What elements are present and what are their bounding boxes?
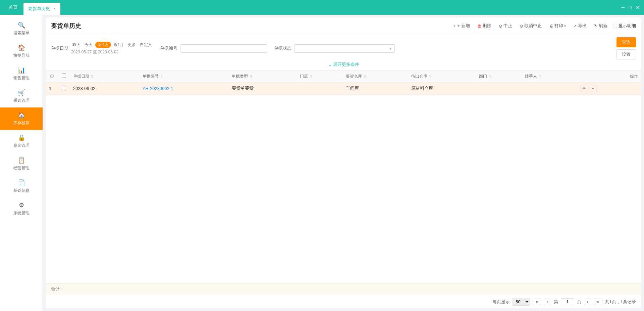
add-icon: ＋	[452, 23, 457, 29]
row-actions: ✏ ⋯	[577, 82, 641, 95]
table-footer: 合计：	[46, 283, 641, 295]
sidebar-label-finance: 资金管理	[13, 143, 30, 148]
date-shortcut-7days[interactable]: 近7天	[95, 42, 111, 48]
refresh-button[interactable]: ↻ 刷新	[592, 21, 609, 30]
sidebar-item-inventory[interactable]: 🏠 库存核算	[0, 107, 43, 130]
date-shortcut-today[interactable]: 今天	[83, 42, 94, 48]
th-pending-warehouse-sort-icon[interactable]: ⇅	[429, 75, 432, 78]
sidebar-item-system[interactable]: ⚙ 系统管理	[0, 197, 43, 220]
th-date-label: 单据日期	[73, 74, 89, 79]
next-page-button[interactable]: ›	[584, 299, 591, 305]
delete-button[interactable]: 🗑 删除	[475, 21, 493, 30]
date-shortcut-1month[interactable]: 近1月	[112, 42, 125, 48]
first-page-button[interactable]: «	[533, 299, 541, 305]
finance-icon: 🔒	[18, 134, 25, 141]
refresh-icon: ↻	[594, 24, 598, 29]
date-shortcut-custom[interactable]: 自定义	[139, 42, 153, 48]
page-header: 要货单历史 ＋ + 新增 🗑 删除 ⊘ 中止	[46, 17, 641, 33]
sidebar-item-search-menu[interactable]: 🔍 搜索菜单	[0, 17, 43, 40]
sidebar-label-search-menu: 搜索菜单	[13, 30, 30, 36]
row-more-button[interactable]: ⋯	[590, 85, 597, 92]
status-filter-label: 单据状态	[274, 45, 291, 51]
tab-close-icon[interactable]: ×	[53, 6, 56, 11]
th-doctype-sort-icon[interactable]: ⇅	[250, 75, 253, 78]
add-button[interactable]: ＋ + 新增	[450, 21, 472, 30]
column-settings-icon[interactable]: ⚙	[50, 73, 54, 79]
th-store: 门店 ⇅	[297, 71, 342, 82]
display-detail-text: 显示明细	[619, 23, 636, 29]
th-req-warehouse-sort-icon[interactable]: ⇅	[364, 75, 367, 78]
page-number-input[interactable]	[561, 298, 574, 305]
print-dropdown-icon[interactable]: ▾	[564, 24, 566, 28]
basic-info-icon: 📄	[18, 179, 25, 186]
sales-icon: 📊	[18, 66, 25, 74]
th-req-warehouse: 要货仓库 ⇅	[342, 71, 408, 82]
docno-filter-input[interactable]	[180, 44, 267, 53]
docno-filter-label: 单据编号	[160, 45, 177, 51]
th-date-sort-icon[interactable]: ⇅	[91, 75, 94, 78]
sum-label: 合计：	[51, 286, 64, 292]
th-store-label: 门店	[300, 74, 308, 79]
cancel-stop-icon: ⊘	[520, 24, 523, 29]
last-page-button[interactable]: »	[594, 299, 602, 305]
th-docno-sort-icon[interactable]: ⇅	[160, 75, 163, 78]
setting-button[interactable]: 设置	[616, 49, 636, 59]
expand-more-btn[interactable]: ⌄ 展开更多条件	[51, 61, 636, 68]
th-handler-label: 经手人	[525, 74, 537, 79]
status-filter-item: 单据状态 ▾	[274, 44, 395, 53]
page-size-select[interactable]: 50 100 200	[513, 298, 530, 306]
window-close-button[interactable]: ✕	[636, 4, 640, 11]
query-button[interactable]: 查询	[616, 37, 636, 47]
row-docno: YH-20230602-1	[139, 82, 229, 95]
th-department-sort-icon[interactable]: ⇅	[489, 75, 492, 78]
action-buttons-cell: ✏ ⋯	[581, 85, 638, 92]
th-handler: 经手人 ⇅	[522, 71, 577, 82]
row-checkbox[interactable]	[62, 86, 66, 90]
th-pending-warehouse: 待出仓库 ⇅	[408, 71, 476, 82]
window-max-button[interactable]: □	[629, 5, 632, 10]
status-filter-select[interactable]: ▾	[294, 44, 395, 53]
tab-active[interactable]: 要货单历史 ×	[23, 3, 60, 15]
display-detail-label[interactable]: 显示明细	[613, 23, 636, 29]
search-menu-icon: 🔍	[18, 21, 25, 29]
sidebar-item-basic-info[interactable]: 📄 基础信息	[0, 175, 43, 197]
stop-icon: ⊘	[499, 24, 502, 29]
table-container: ⚙ 单据日期 ⇅ 单据编号	[46, 71, 641, 283]
stop-button[interactable]: ⊘ 中止	[497, 21, 514, 30]
row-no: 1	[46, 82, 58, 95]
window-min-button[interactable]: ─	[622, 5, 625, 10]
sidebar-item-operation[interactable]: 📋 经营管理	[0, 152, 43, 175]
top-bar: 首页 要货单历史 × ─ □ ✕	[0, 0, 644, 15]
th-doctype-label: 单据类型	[232, 74, 248, 79]
date-shortcut-yesterday[interactable]: 昨天	[71, 42, 82, 48]
cancel-stop-button[interactable]: ⊘ 取消中止	[518, 21, 544, 30]
filter-area: 单据日期 昨天 今天 近7天 近1月 更多 自定义 2	[46, 33, 641, 71]
sidebar-label-operation: 经营管理	[13, 165, 30, 171]
prev-page-button[interactable]: ‹	[544, 299, 551, 305]
date-shortcut-more[interactable]: 更多	[126, 42, 137, 48]
row-pending-warehouse: 原材料仓库	[408, 82, 476, 95]
th-doctype: 单据类型 ⇅	[228, 71, 297, 82]
sidebar-label-system: 系统管理	[13, 210, 30, 216]
th-store-sort-icon[interactable]: ⇅	[310, 75, 313, 78]
th-handler-sort-icon[interactable]: ⇅	[539, 75, 542, 78]
print-button[interactable]: 🖨 打印 ▾	[547, 21, 568, 30]
th-pending-warehouse-label: 待出仓库	[411, 74, 427, 79]
sidebar-item-purchase[interactable]: 🛒 采购管理	[0, 85, 43, 107]
sidebar-item-finance[interactable]: 🔒 资金管理	[0, 130, 43, 152]
export-button[interactable]: ↗ 导出	[571, 21, 589, 30]
row-edit-button[interactable]: ✏	[581, 85, 588, 92]
sidebar-item-sales[interactable]: 📊 销售管理	[0, 62, 43, 85]
display-detail-checkbox[interactable]	[613, 24, 617, 28]
table-row: 1 2023-06-02 YH-20230602-1 要货单要货	[46, 82, 641, 95]
action-buttons: 查询 设置	[616, 37, 636, 59]
sidebar-label-inventory: 库存核算	[13, 120, 30, 126]
pagination-bar: 每页显示 50 100 200 « ‹ 第 页 › » 共1页，1条记录	[46, 295, 641, 308]
tab-home[interactable]: 首页	[4, 0, 22, 15]
sidebar-item-quick-nav[interactable]: 🏠 快捷导航	[0, 40, 43, 62]
expand-label: 展开更多条件	[333, 61, 359, 68]
tab-active-label: 要货单历史	[28, 6, 50, 12]
sidebar-label-sales: 销售管理	[13, 75, 30, 81]
row-docno-link[interactable]: YH-20230602-1	[143, 86, 173, 91]
select-all-checkbox[interactable]	[62, 74, 66, 78]
